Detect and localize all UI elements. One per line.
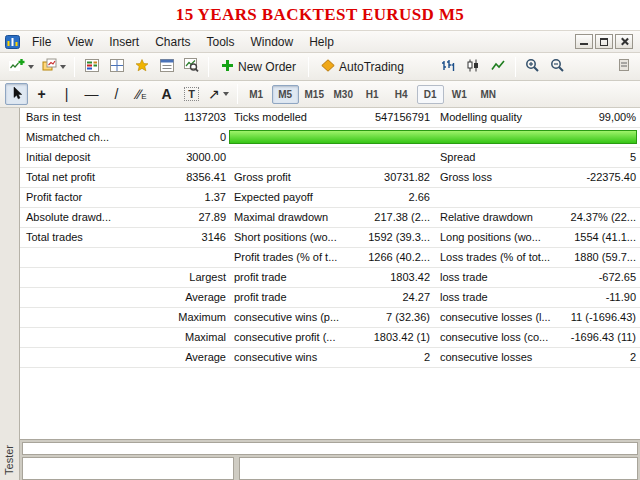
- terminal-button[interactable]: [155, 56, 178, 78]
- report-cell-c1l: [20, 328, 132, 347]
- report-cell-c2v: 24.27: [346, 288, 432, 307]
- new-chart-button[interactable]: [5, 56, 37, 78]
- bar-chart-button[interactable]: [437, 56, 460, 78]
- new-chart-icon: [8, 58, 25, 75]
- arrows-button[interactable]: ↗: [205, 83, 232, 105]
- toolbar-overflow-button[interactable]: [612, 56, 635, 78]
- timeframe-mn-button[interactable]: MN: [475, 85, 502, 104]
- report-row[interactable]: Averageconsecutive wins2consecutive loss…: [20, 348, 640, 368]
- report-cell-c2l: Ticks modelled: [228, 108, 346, 127]
- autotrading-icon: [321, 59, 335, 75]
- arrows-icon: ↗: [208, 87, 220, 101]
- report-cell-c1l: [20, 308, 132, 327]
- bottom-strip: [22, 442, 638, 455]
- chevron-down-icon: [223, 92, 229, 96]
- restore-button[interactable]: [595, 34, 613, 49]
- crosshair-button[interactable]: +: [30, 83, 53, 105]
- equidistant-channel-button[interactable]: ∕∕E: [130, 83, 153, 105]
- menu-item-window[interactable]: Window: [243, 32, 302, 52]
- report-row[interactable]: Total trades3146Short positions (wo...15…: [20, 228, 640, 248]
- text-button[interactable]: A: [155, 83, 178, 105]
- vertical-line-button[interactable]: |: [55, 83, 78, 105]
- zoom-in-button[interactable]: [521, 56, 544, 78]
- report-cell-c3l: Loss trades (% of tot...: [432, 248, 554, 267]
- data-window-button[interactable]: [105, 56, 128, 78]
- report-cell-c3v: -11.90: [554, 288, 640, 307]
- menu-item-tools[interactable]: Tools: [199, 32, 243, 52]
- report-cell-c2l: consecutive profit (...: [228, 328, 346, 347]
- restore-icon: [600, 38, 608, 46]
- report-cell-c1l: Total net profit: [20, 168, 132, 187]
- report-row[interactable]: Largestprofit trade1803.42loss trade-672…: [20, 268, 640, 288]
- report-row[interactable]: Total net profit8356.41Gross profit30731…: [20, 168, 640, 188]
- report-row[interactable]: Maximalconsecutive profit (...1803.42 (1…: [20, 328, 640, 348]
- crosshair-icon: +: [37, 87, 45, 101]
- menu-item-view[interactable]: View: [59, 32, 101, 52]
- bottom-panel-right[interactable]: [239, 457, 638, 480]
- report-cell-c2v: 547156791: [346, 108, 432, 127]
- horizontal-line-button[interactable]: —: [80, 83, 103, 105]
- backtest-report: Bars in test1137203Ticks modelled5471567…: [20, 108, 640, 440]
- candlestick-chart-button[interactable]: [462, 56, 485, 78]
- data-window-icon: [110, 59, 124, 75]
- navigator-button[interactable]: [130, 56, 153, 78]
- trendline-icon: /: [115, 87, 119, 101]
- timeframe-w1-button[interactable]: W1: [446, 85, 473, 104]
- report-cell-c3v: 1880 (59.7...: [554, 248, 640, 267]
- cursor-button[interactable]: [5, 83, 28, 105]
- tester-panel-caption[interactable]: Tester: [0, 108, 20, 480]
- menu-item-charts[interactable]: Charts: [147, 32, 198, 52]
- timeframe-h1-button[interactable]: H1: [359, 85, 386, 104]
- report-cell-c3v: -22375.40: [554, 168, 640, 187]
- report-row[interactable]: Averageprofit trade24.27loss trade-11.90: [20, 288, 640, 308]
- strategy-tester-button[interactable]: [180, 56, 203, 78]
- line-studies-toolbar: + | — / ∕∕E A T ↗ M1M5M15M30H1H4D1W1MN: [0, 81, 640, 108]
- report-row[interactable]: Maximumconsecutive wins (p...7 (32.36)co…: [20, 308, 640, 328]
- timeframe-m5-button[interactable]: M5: [272, 85, 299, 104]
- report-cell-c2l: Gross profit: [228, 168, 346, 187]
- minimize-button[interactable]: [575, 34, 593, 49]
- tester-content: Bars in test1137203Ticks modelled5471567…: [20, 108, 640, 480]
- horizontal-line-icon: —: [85, 87, 99, 101]
- menu-item-help[interactable]: Help: [301, 32, 342, 52]
- menu-item-file[interactable]: File: [24, 32, 59, 52]
- report-cell-c1v: 27.89: [132, 208, 228, 227]
- overflow-icon: [619, 59, 629, 74]
- bar-chart-icon: [441, 59, 455, 75]
- report-row[interactable]: Mismatched ch...0: [20, 128, 640, 148]
- timeframe-h4-button[interactable]: H4: [388, 85, 415, 104]
- modelling-quality-bar: [229, 130, 637, 144]
- timeframe-m30-button[interactable]: M30: [330, 85, 357, 104]
- autotrading-button[interactable]: AutoTrading: [314, 56, 411, 78]
- app-icon: [5, 35, 20, 49]
- tester-panel-label: Tester: [3, 445, 15, 475]
- timeframe-d1-button[interactable]: D1: [417, 85, 444, 104]
- menu-item-insert[interactable]: Insert: [101, 32, 147, 52]
- report-cell-c1l: Profit factor: [20, 188, 132, 207]
- close-button[interactable]: [615, 34, 633, 49]
- report-cell-c2v: 1592 (39.3...: [346, 228, 432, 247]
- report-cell-c2v: 1266 (40.2...: [346, 248, 432, 267]
- text-label-button[interactable]: T: [180, 83, 203, 105]
- toolbar-separator: [515, 57, 516, 77]
- report-cell-c3l: loss trade: [432, 268, 554, 287]
- report-cell-c1l: [20, 268, 132, 287]
- report-row[interactable]: Profit factor1.37Expected payoff2.66: [20, 188, 640, 208]
- profiles-button[interactable]: [39, 56, 69, 78]
- report-row[interactable]: Profit trades (% of t...1266 (40.2...Los…: [20, 248, 640, 268]
- report-row[interactable]: Bars in test1137203Ticks modelled5471567…: [20, 108, 640, 128]
- market-watch-button[interactable]: [80, 56, 103, 78]
- bottom-panel-left[interactable]: [22, 457, 234, 480]
- trendline-button[interactable]: /: [105, 83, 128, 105]
- report-cell-c1v: 1.37: [132, 188, 228, 207]
- minimize-icon: [580, 38, 588, 45]
- new-order-button[interactable]: New Order: [214, 56, 303, 78]
- timeframe-m1-button[interactable]: M1: [243, 85, 270, 104]
- report-cell-c3l: Long positions (wo...: [432, 228, 554, 247]
- report-row[interactable]: Initial deposit3000.00Spread5: [20, 148, 640, 168]
- timeframe-m15-button[interactable]: M15: [301, 85, 328, 104]
- report-cell-c1l: [20, 248, 132, 267]
- line-chart-button[interactable]: [487, 56, 510, 78]
- report-row[interactable]: Absolute drawd...27.89Maximal drawdown21…: [20, 208, 640, 228]
- zoom-out-button[interactable]: [546, 56, 569, 78]
